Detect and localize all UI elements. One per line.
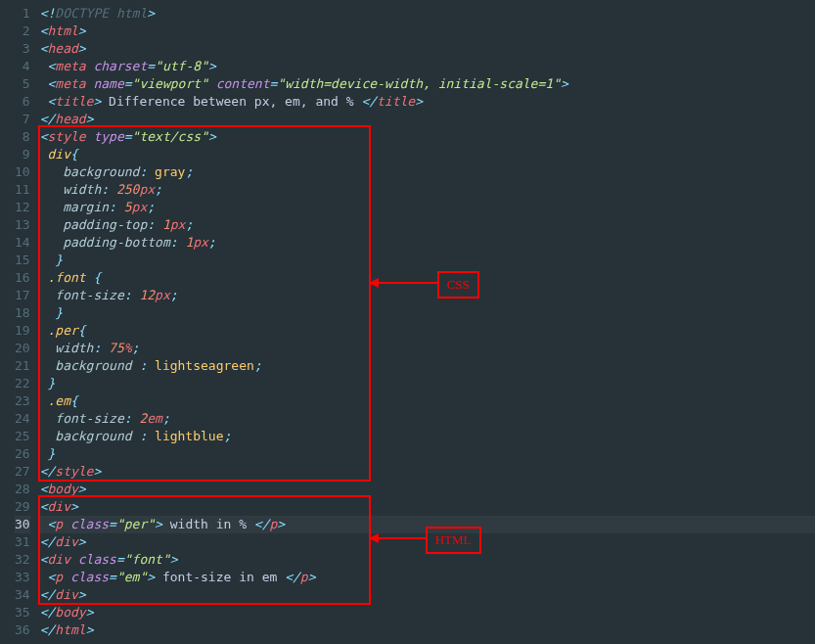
code-line[interactable]: background : lightblue; (40, 428, 815, 445)
code-line[interactable]: padding-top: 1px; (40, 216, 815, 234)
code-line[interactable]: font-size: 12px; (40, 287, 815, 304)
code-editor[interactable]: 1234567891011121314151617181920212223242… (0, 0, 815, 644)
line-number: 36 (15, 621, 30, 639)
line-number: 5 (15, 75, 30, 93)
line-number: 28 (15, 481, 30, 498)
line-number: 6 (15, 93, 30, 111)
line-number: 12 (15, 199, 30, 216)
code-line[interactable]: <meta name="viewport" content="width=dev… (40, 75, 815, 93)
line-number: 35 (15, 604, 30, 621)
code-line[interactable]: <style type="text/css"> (40, 128, 815, 146)
code-line[interactable]: background : lightseagreen; (40, 357, 815, 375)
line-number: 32 (15, 551, 30, 569)
line-number: 31 (15, 533, 30, 551)
line-number: 9 (15, 146, 30, 163)
code-line[interactable]: </html> (40, 621, 815, 639)
css-arrow-head (369, 278, 379, 288)
line-number: 19 (15, 322, 30, 340)
css-label: CSS (437, 271, 479, 299)
code-line[interactable]: .em{ (40, 392, 815, 410)
code-line[interactable]: font-size: 2em; (40, 410, 815, 428)
code-line[interactable]: margin: 5px; (40, 199, 815, 216)
line-number: 3 (15, 40, 30, 58)
code-line[interactable]: <head> (40, 40, 815, 58)
html-label: HTML (426, 527, 481, 554)
line-number: 26 (15, 445, 30, 463)
code-line[interactable]: </style> (40, 463, 815, 481)
line-number: 8 (15, 128, 30, 146)
code-line[interactable]: </head> (40, 111, 815, 128)
line-number: 21 (15, 357, 30, 375)
css-arrow-line (369, 282, 437, 284)
line-number: 1 (15, 5, 30, 23)
code-line[interactable]: <meta charset="utf-8"> (40, 58, 815, 75)
code-line[interactable]: </body> (40, 604, 815, 621)
code-line[interactable]: <p class="em"> font-size in em </p> (40, 569, 815, 586)
line-number: 24 (15, 410, 30, 428)
code-line[interactable]: <body> (40, 481, 815, 498)
line-number: 29 (15, 498, 30, 516)
line-number: 10 (15, 163, 30, 181)
code-line[interactable]: width: 75%; (40, 340, 815, 357)
code-line[interactable]: } (40, 445, 815, 463)
line-number: 14 (15, 234, 30, 252)
line-number: 11 (15, 181, 30, 199)
code-line[interactable]: div{ (40, 146, 815, 163)
code-line[interactable]: padding-bottom: 1px; (40, 234, 815, 252)
code-area[interactable]: <!DOCTYPE html><html><head> <meta charse… (40, 0, 815, 644)
html-arrow-head (369, 533, 379, 543)
line-number: 23 (15, 392, 30, 410)
line-number: 15 (15, 252, 30, 269)
code-line[interactable]: .per{ (40, 322, 815, 340)
code-line[interactable]: </div> (40, 586, 815, 604)
code-line[interactable]: } (40, 375, 815, 392)
line-number: 18 (15, 304, 30, 322)
line-number: 27 (15, 463, 30, 481)
code-line[interactable]: width: 250px; (40, 181, 815, 199)
code-line[interactable]: <title> Difference between px, em, and %… (40, 93, 815, 111)
line-number: 4 (15, 58, 30, 75)
code-line[interactable]: <!DOCTYPE html> (40, 5, 815, 23)
code-line[interactable]: } (40, 252, 815, 269)
line-number: 20 (15, 340, 30, 357)
line-number: 25 (15, 428, 30, 445)
line-number: 17 (15, 287, 30, 304)
line-number: 7 (15, 111, 30, 128)
line-number: 2 (15, 23, 30, 40)
line-number: 33 (15, 569, 30, 586)
line-number: 16 (15, 269, 30, 287)
code-line[interactable]: <html> (40, 23, 815, 40)
code-line[interactable]: .font { (40, 269, 815, 287)
line-number: 22 (15, 375, 30, 392)
line-number-gutter: 1234567891011121314151617181920212223242… (0, 0, 40, 644)
code-line[interactable]: background: gray; (40, 163, 815, 181)
line-number: 34 (15, 586, 30, 604)
code-line[interactable]: } (40, 304, 815, 322)
line-number: 30 (15, 516, 30, 533)
line-number: 13 (15, 216, 30, 234)
code-line[interactable]: <div> (40, 498, 815, 516)
